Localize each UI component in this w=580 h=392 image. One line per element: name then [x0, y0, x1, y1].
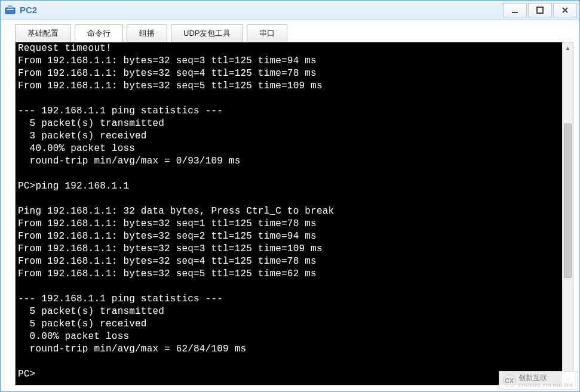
svg-rect-0: [5, 8, 15, 14]
close-button[interactable]: [553, 3, 577, 17]
minimize-button[interactable]: [503, 3, 527, 17]
tab-bar: 基础配置 命令行 组播 UDP发包工具 串口: [15, 24, 573, 42]
scroll-thumb[interactable]: [564, 124, 572, 277]
watermark: CX 创新互联 CHUANG XIN HULIAN: [499, 371, 578, 390]
watermark-brand-cn: 创新互联: [518, 374, 547, 382]
svg-rect-2: [7, 9, 14, 10]
tab-serial[interactable]: 串口: [247, 24, 287, 42]
window-controls: [502, 3, 577, 17]
terminal-output[interactable]: Request timeout! From 192.168.1.1: bytes…: [16, 42, 562, 385]
tab-udp-tool[interactable]: UDP发包工具: [171, 24, 243, 42]
titlebar: PC2: [1, 1, 579, 20]
watermark-text: 创新互联 CHUANG XIN HULIAN: [518, 373, 572, 388]
svg-rect-4: [537, 7, 543, 13]
vertical-scrollbar[interactable]: ▲ ▼: [562, 42, 573, 385]
scroll-up-arrow[interactable]: ▲: [563, 42, 573, 53]
tab-cli[interactable]: 命令行: [75, 24, 123, 42]
app-icon: [4, 4, 16, 16]
tab-multicast[interactable]: 组播: [127, 24, 167, 42]
maximize-button[interactable]: [528, 3, 552, 17]
tab-basic-config[interactable]: 基础配置: [15, 24, 71, 42]
watermark-logo-icon: CX: [503, 374, 516, 387]
scroll-track[interactable]: [563, 53, 573, 374]
app-window: PC2 基础配置 命令行 组播 UDP发包工具 串口 Request timeo…: [0, 0, 580, 392]
window-title: PC2: [20, 5, 502, 15]
svg-rect-1: [8, 5, 13, 8]
content-area: 基础配置 命令行 组播 UDP发包工具 串口 Request timeout! …: [1, 20, 579, 391]
watermark-brand-en: CHUANG XIN HULIAN: [518, 383, 572, 388]
terminal-container: Request timeout! From 192.168.1.1: bytes…: [15, 42, 573, 385]
svg-rect-3: [512, 12, 518, 13]
